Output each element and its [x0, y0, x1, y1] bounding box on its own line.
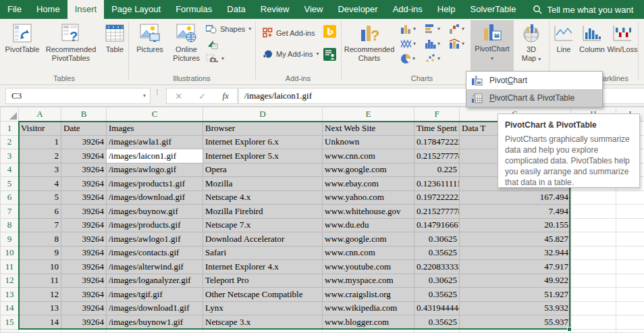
sparkline-column-button[interactable]: Column	[577, 21, 607, 54]
tab-home[interactable]: Home	[29, 0, 68, 19]
cell-F5[interactable]: 0.123611111	[414, 177, 460, 191]
cell-D2[interactable]: Internet Explorer 6.x	[203, 135, 323, 149]
cell-C2[interactable]: /images/awla1.gif	[107, 135, 203, 149]
insert-waterfall-chart-button[interactable]: ▾	[449, 24, 464, 34]
insert-stock-chart-button[interactable]: ▾	[400, 39, 416, 49]
cell-C7[interactable]: /images/buynow.gif	[107, 205, 203, 219]
cell-A2[interactable]: 1	[19, 135, 61, 149]
cell-E15[interactable]: www.blogger.com	[323, 315, 414, 330]
cell-E5[interactable]: www.ebay.com	[323, 177, 414, 191]
cell-A13[interactable]: 12	[19, 288, 61, 302]
cell-D12[interactable]: Teleport Pro	[203, 274, 323, 288]
cell-B12[interactable]: 39264	[61, 274, 107, 288]
cell-G14[interactable]: 53.932	[460, 301, 571, 315]
column-header-D[interactable]: D	[203, 107, 323, 122]
cell-E13[interactable]: www.craigslist.org	[323, 288, 414, 302]
cell-F11[interactable]: 0.220833333	[414, 260, 460, 274]
cell-E11[interactable]: www.youtube.com	[323, 260, 414, 274]
row-header-14[interactable]: 14	[1, 301, 19, 315]
cell-A16[interactable]	[19, 329, 61, 332]
insert-pie-chart-button[interactable]: ▾	[400, 53, 415, 64]
cell-E16[interactable]	[323, 329, 414, 332]
cell-F4[interactable]: 0.225	[414, 163, 460, 177]
cell-A9[interactable]: 8	[19, 232, 61, 247]
cell-C4[interactable]: /images/awlogo.gif	[107, 163, 203, 177]
sparkline-line-button[interactable]: Line	[552, 21, 576, 54]
cell-G13[interactable]: 51.927	[460, 288, 571, 302]
cell-B10[interactable]: 39264	[61, 246, 107, 260]
cell-C12[interactable]: /images/loganalyzer.gif	[107, 274, 203, 288]
screenshot-camera-button[interactable]: ▾	[206, 54, 224, 63]
cell-I16[interactable]	[616, 329, 644, 332]
cell-A10[interactable]: 9	[19, 246, 61, 260]
cell-D8[interactable]: Netscape 7.x	[203, 218, 323, 232]
cell-C11[interactable]: /images/alterwind.gif	[107, 260, 203, 274]
cell-I9[interactable]	[616, 232, 644, 247]
cell-A11[interactable]: 10	[19, 260, 61, 274]
cell-I12[interactable]	[616, 274, 644, 288]
cell-E7[interactable]: www.whitehouse.gov	[323, 205, 414, 219]
recommended-pivottables-button[interactable]: ? Recommended PivotTables	[42, 21, 100, 63]
smartart-button[interactable]	[207, 39, 218, 49]
cell-E8[interactable]: www.du.edu	[323, 218, 414, 232]
insert-scatter-chart-button[interactable]: ▾	[425, 53, 440, 63]
cell-H7[interactable]	[571, 205, 616, 219]
cell-H15[interactable]	[571, 315, 616, 330]
cell-B11[interactable]: 39264	[61, 260, 107, 274]
column-header-A[interactable]: A	[19, 107, 61, 122]
cell-F8[interactable]: 0.147916667	[414, 218, 460, 232]
tab-developer[interactable]: Developer	[330, 0, 385, 19]
cell-C13[interactable]: /images/tgif.gif	[107, 288, 203, 302]
cell-D7[interactable]: Mozilla Firebird	[203, 205, 323, 219]
cell-D11[interactable]: Internet Explorer 4.x	[203, 260, 323, 274]
cell-D10[interactable]: Safari	[203, 246, 323, 260]
cell-C3[interactable]: /images/laicon1.gif	[107, 149, 203, 163]
cell-B5[interactable]: 39264	[61, 177, 107, 191]
cell-F7[interactable]: 0.215277778	[414, 205, 460, 219]
cell-F10[interactable]: 0.35625	[414, 246, 460, 260]
cell-D6[interactable]: Netscape 4.x	[203, 190, 323, 205]
cell-C10[interactable]: /images/contacts.gif	[107, 246, 203, 260]
fill-handle[interactable]	[567, 327, 572, 332]
cell-D1[interactable]: Browser	[203, 122, 323, 136]
cell-D15[interactable]: Netscape 3.x	[203, 315, 323, 330]
row-header-16[interactable]	[1, 329, 19, 332]
tab-review[interactable]: Review	[253, 0, 297, 19]
bing-maps-button[interactable]	[323, 25, 336, 38]
sparkline-winloss-button[interactable]: Win/Loss	[608, 21, 637, 54]
cell-D13[interactable]: Other Netscape Compatible	[203, 288, 323, 302]
cell-B1[interactable]: Date	[61, 122, 107, 136]
cell-H10[interactable]	[571, 246, 616, 260]
cell-H11[interactable]	[571, 260, 616, 274]
cell-D16[interactable]	[203, 329, 323, 332]
tab-solvertable[interactable]: SolverTable	[463, 0, 524, 19]
cell-D5[interactable]: Mozilla	[203, 177, 323, 191]
cell-F9[interactable]: 0.30625	[414, 232, 460, 247]
shapes-button[interactable]: Shapes ▾	[206, 24, 251, 34]
cell-F12[interactable]: 0.30625	[414, 274, 460, 288]
cell-E9[interactable]: www.google.com	[323, 232, 414, 247]
cancel-icon[interactable]: ✕	[175, 91, 182, 101]
3d-map-button[interactable]: 3D Map ▾	[515, 21, 547, 63]
cell-C5[interactable]: /images/products1.gif	[107, 177, 203, 191]
cell-A6[interactable]: 5	[19, 190, 61, 205]
cell-C9[interactable]: /images/awlogo1.gif	[107, 232, 203, 247]
insert-bar-chart-button[interactable]: ▾	[425, 24, 440, 34]
cell-C6[interactable]: /images/download.gif	[107, 190, 203, 205]
cell-D3[interactable]: Internet Explorer 5.x	[203, 149, 323, 163]
cell-E3[interactable]: www.cnn.com	[323, 149, 414, 163]
cell-G6[interactable]: 167.494	[460, 190, 571, 205]
cell-H9[interactable]	[571, 232, 616, 247]
cell-B15[interactable]: 39264	[61, 315, 107, 330]
tab-insert[interactable]: Insert	[68, 0, 105, 19]
cell-D9[interactable]: Download Accelerator	[203, 232, 323, 247]
insert-combo-chart-button[interactable]: ▾	[449, 39, 464, 49]
cell-G9[interactable]: 45.827	[460, 232, 571, 247]
cell-F15[interactable]: 0.35625	[414, 315, 460, 330]
cell-I10[interactable]	[616, 246, 644, 260]
online-pictures-button[interactable]: Online Pictures	[169, 21, 204, 63]
row-header-5[interactable]: 5	[1, 177, 19, 191]
cell-B4[interactable]: 39264	[61, 163, 107, 177]
cell-A7[interactable]: 6	[19, 205, 61, 219]
insert-histogram-chart-button[interactable]: ▾	[425, 39, 440, 49]
